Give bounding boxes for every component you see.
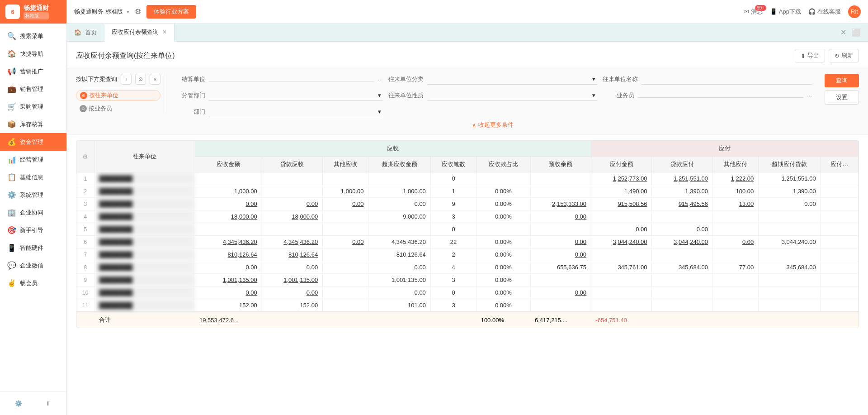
sidebar-item-system[interactable]: ⚙️系统管理: [0, 186, 66, 204]
sidebar-item-wechat[interactable]: 💬企业微信: [0, 257, 66, 274]
row-ar-loan[interactable]: 0.00: [262, 198, 322, 210]
filter-add-btn[interactable]: +: [121, 74, 132, 85]
sidebar-item-marketing[interactable]: 📢营销推广: [0, 62, 66, 80]
company-name-input[interactable]: [642, 74, 812, 85]
messages-btn[interactable]: ✉ 消息 99+: [744, 8, 763, 16]
row-ap-loan[interactable]: [652, 274, 712, 286]
row-ar-amount[interactable]: 810,126.64: [195, 248, 262, 261]
sidebar-item-basic[interactable]: 📋基础信息: [0, 168, 66, 186]
footer-ar-amount[interactable]: 19,553,472.6...: [195, 312, 262, 328]
row-ap-amount[interactable]: 345,761.00: [591, 261, 651, 274]
row-ar-other[interactable]: [323, 274, 368, 286]
row-ar-loan[interactable]: 18,000.00: [262, 210, 322, 223]
row-ar-other[interactable]: [323, 210, 368, 223]
tab-home[interactable]: 🏠 首页: [67, 24, 104, 42]
row-ap-loan[interactable]: 0.00: [652, 223, 712, 236]
row-advance[interactable]: 0.00: [530, 286, 591, 299]
row-ap-loan[interactable]: [652, 210, 712, 223]
filter-target-btn[interactable]: ⊙: [135, 74, 146, 85]
dept-arrow[interactable]: ▾: [378, 92, 381, 99]
topbar-gear-icon[interactable]: ⚙: [133, 5, 143, 18]
row-advance[interactable]: [530, 223, 591, 236]
row-ap-amount[interactable]: [591, 299, 651, 312]
row-ap-loan[interactable]: 345,684.00: [652, 261, 712, 274]
row-ar-other[interactable]: 0.00: [323, 236, 368, 248]
row-ar-amount[interactable]: 1,000.00: [195, 185, 262, 198]
collapse-more-btn[interactable]: ∧ 收起更多条件: [174, 121, 812, 129]
row-ar-amount[interactable]: 0.00: [195, 286, 262, 299]
row-ap-amount[interactable]: 1,252,773.00: [591, 172, 651, 185]
user-avatar[interactable]: Rit: [848, 5, 861, 18]
row-ap-amount[interactable]: 915,508.56: [591, 198, 651, 210]
sidebar-settings-btn[interactable]: ⚙️: [5, 397, 32, 410]
settings-btn[interactable]: 设置: [825, 90, 859, 105]
row-ar-amount[interactable]: [195, 223, 262, 236]
row-advance[interactable]: 655,636.75: [530, 261, 591, 274]
row-advance[interactable]: [530, 299, 591, 312]
sidebar-item-finance[interactable]: 💰资金管理: [0, 133, 66, 151]
tab-ar-query[interactable]: 应收应付余额查询 ✕: [104, 24, 175, 42]
row-advance[interactable]: [530, 274, 591, 286]
row-ap-loan[interactable]: 1,390.00: [652, 185, 712, 198]
row-advance[interactable]: 0.00: [530, 248, 591, 261]
row-ar-other[interactable]: [323, 223, 368, 236]
row-advance[interactable]: 0.00: [530, 236, 591, 248]
row-ap-loan[interactable]: 3,044,240.00: [652, 236, 712, 248]
company-category-arrow[interactable]: ▾: [592, 76, 595, 82]
row-ar-amount[interactable]: 0.00: [195, 198, 262, 210]
row-ar-amount[interactable]: 0.00: [195, 261, 262, 274]
row-ar-amount[interactable]: 4,345,436.20: [195, 236, 262, 248]
sidebar-item-sales[interactable]: 💼销售管理: [0, 80, 66, 98]
row-ap-amount[interactable]: 0.00: [591, 223, 651, 236]
sidebar-collapse-btn[interactable]: ⏸: [35, 397, 61, 410]
row-advance[interactable]: [530, 172, 591, 185]
row-ap-other[interactable]: [712, 210, 758, 223]
row-ap-other[interactable]: [712, 274, 758, 286]
sidebar-item-purchase[interactable]: 🛒采购管理: [0, 98, 66, 115]
row-ap-loan[interactable]: [652, 248, 712, 261]
sidebar-item-hardware[interactable]: 📱智能硬件: [0, 239, 66, 257]
app-download-btn[interactable]: 📱 App下载: [770, 8, 801, 16]
row-ar-loan[interactable]: 1,001,135.00: [262, 274, 322, 286]
row-ar-other[interactable]: 0.00: [323, 198, 368, 210]
tab-close-icon[interactable]: ✕: [162, 29, 167, 35]
row-ar-other[interactable]: [323, 299, 368, 312]
row-ar-loan[interactable]: 152.00: [262, 299, 322, 312]
sidebar-item-search[interactable]: 🔍搜索菜单: [0, 27, 66, 45]
sidebar-item-inventory[interactable]: 📦库存核算: [0, 115, 66, 133]
row-ap-loan[interactable]: 1,251,551.00: [652, 172, 712, 185]
row-ap-amount[interactable]: 1,490.00: [591, 185, 651, 198]
row-advance[interactable]: [530, 185, 591, 198]
row-ap-other[interactable]: [712, 286, 758, 299]
row-ar-loan[interactable]: [262, 172, 322, 185]
row-ap-other[interactable]: [712, 299, 758, 312]
row-ap-other[interactable]: 100.00: [712, 185, 758, 198]
salesperson-dots-btn[interactable]: ···: [807, 92, 812, 99]
filter-collapse-btn[interactable]: «: [150, 74, 160, 85]
row-ar-loan[interactable]: [262, 223, 322, 236]
scheme-salesperson-btn[interactable]: ⊙ 按业务员: [76, 104, 160, 114]
row-ap-other[interactable]: 77.00: [712, 261, 758, 274]
industry-btn[interactable]: 体验行业方案: [146, 5, 196, 19]
row-ap-other[interactable]: 13.00: [712, 198, 758, 210]
table-settings-icon[interactable]: ⚙: [82, 153, 88, 160]
row-ap-other[interactable]: [712, 223, 758, 236]
online-service-btn[interactable]: 🎧 在线客服: [808, 8, 841, 16]
row-ap-loan[interactable]: [652, 286, 712, 299]
window-close-icon[interactable]: ✕: [840, 28, 846, 37]
row-ar-loan[interactable]: 4,345,436.20: [262, 236, 322, 248]
sidebar-item-member[interactable]: ✌️畅会员: [0, 274, 66, 292]
sidebar-item-operations[interactable]: 📊经营管理: [0, 151, 66, 168]
row-ar-loan[interactable]: 0.00: [262, 261, 322, 274]
row-ap-loan[interactable]: 915,495.56: [652, 198, 712, 210]
refresh-btn[interactable]: ↻ 刷新: [829, 49, 859, 62]
row-ar-other[interactable]: [323, 248, 368, 261]
row-ap-other[interactable]: 1,222.00: [712, 172, 758, 185]
sidebar-item-quicknav[interactable]: 🏠快捷导航: [0, 45, 66, 62]
row-ap-amount[interactable]: [591, 210, 651, 223]
row-ap-other[interactable]: [712, 248, 758, 261]
row-ap-other[interactable]: 0.00: [712, 236, 758, 248]
row-ar-loan[interactable]: 810,126.64: [262, 248, 322, 261]
row-ar-other[interactable]: [323, 286, 368, 299]
row-ap-amount[interactable]: [591, 274, 651, 286]
